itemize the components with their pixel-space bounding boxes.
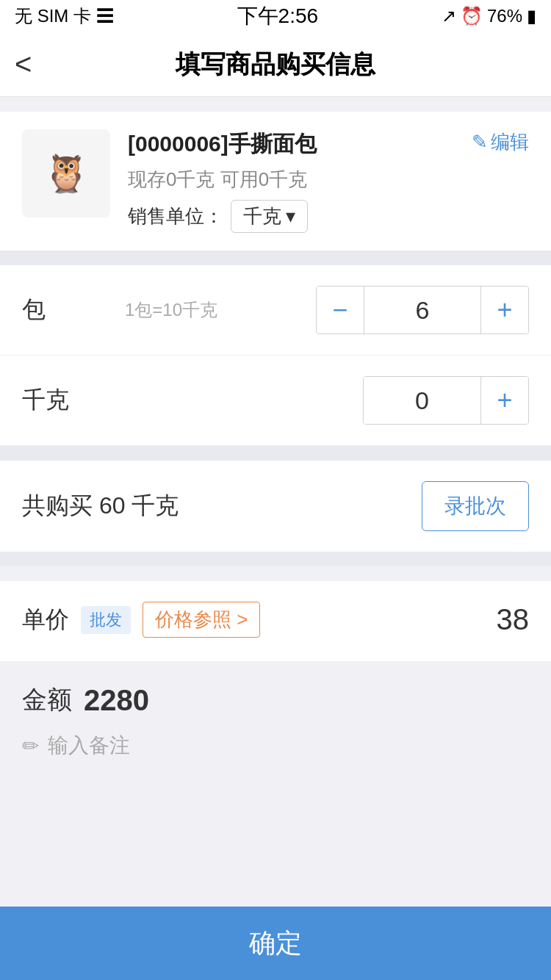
kg-plus-button[interactable]: + xyxy=(481,377,528,424)
price-value: 38 xyxy=(497,603,530,636)
price-row: 单价 批发 价格参照 > 38 xyxy=(22,602,529,638)
separator-2 xyxy=(0,446,551,461)
page-title: 填写商品购买信息 xyxy=(176,48,375,82)
price-label: 单价 xyxy=(22,604,69,636)
amount-section: 金额 2280 ✏ 输入备注 xyxy=(0,661,551,774)
kg-quantity-control: + xyxy=(363,376,529,425)
remark-row[interactable]: ✏ 输入备注 xyxy=(22,732,529,774)
product-stock: 现存0千克 可用0千克 xyxy=(128,167,529,192)
amount-value: 2280 xyxy=(84,684,149,717)
bao-plus-button[interactable]: + xyxy=(481,287,528,334)
status-bar: 无 SIM 卡 ☰ 下午2:56 ↗ ⏰ 76% ▮ xyxy=(0,0,551,32)
separator-1 xyxy=(0,251,551,265)
total-text: 共购买 60 千克 xyxy=(22,490,179,522)
bao-quantity-input[interactable] xyxy=(364,287,481,334)
price-section: 单价 批发 价格参照 > 38 xyxy=(0,581,551,661)
status-right: ↗ ⏰ 76% ▮ xyxy=(442,6,536,26)
edit-icon: ✎ xyxy=(472,131,488,154)
batch-badge: 批发 xyxy=(81,606,131,634)
confirm-button[interactable]: 确定 xyxy=(0,907,551,980)
unit-selector[interactable]: 千克 ▾ xyxy=(231,200,308,233)
kg-label: 千克 xyxy=(22,384,110,417)
product-unit-row: 销售单位： 千克 ▾ xyxy=(128,200,529,233)
battery-level: 76% xyxy=(487,6,522,26)
battery-icon: ▮ xyxy=(527,6,536,26)
status-time: 下午2:56 xyxy=(237,2,319,30)
bao-input-row: 包 1包=10千克 − + xyxy=(0,265,551,356)
unit-label: 销售单位： xyxy=(128,203,223,229)
product-icon: 🦉 xyxy=(43,152,89,195)
remark-placeholder: 输入备注 xyxy=(48,732,130,760)
bao-quantity-control: − + xyxy=(316,286,529,334)
signal-icon: ↗ xyxy=(442,6,456,26)
price-reference-button[interactable]: 价格参照 > xyxy=(143,602,260,638)
separator-3 xyxy=(0,552,551,566)
edit-button[interactable]: ✎ 编辑 xyxy=(472,129,529,155)
nav-bar: < 填写商品购买信息 xyxy=(0,32,551,97)
kg-input-row: 千克 + xyxy=(0,356,551,446)
input-section: 包 1包=10千克 − + 千克 + xyxy=(0,265,551,446)
product-info: [0000006]手撕面包 现存0千克 可用0千克 销售单位： 千克 ▾ xyxy=(128,129,529,233)
bao-minus-button[interactable]: − xyxy=(317,287,364,334)
unit-value: 千克 xyxy=(243,203,281,229)
kg-quantity-input[interactable] xyxy=(364,377,481,424)
back-button[interactable]: < xyxy=(15,48,32,81)
status-left: 无 SIM 卡 ☰ xyxy=(15,4,114,28)
unit-arrow-icon: ▾ xyxy=(286,205,295,228)
bao-label: 包 xyxy=(22,294,110,326)
sim-status: 无 SIM 卡 ☰ xyxy=(15,4,114,28)
product-thumbnail: 🦉 xyxy=(22,129,110,217)
edit-label: 编辑 xyxy=(491,129,529,155)
amount-row: 金额 2280 xyxy=(22,683,529,717)
total-row: 共购买 60 千克 录批次 xyxy=(0,461,551,552)
amount-label: 金额 xyxy=(22,683,72,717)
record-batch-button[interactable]: 录批次 xyxy=(422,481,529,531)
bao-hint: 1包=10千克 xyxy=(125,298,301,322)
product-name: [0000006]手撕面包 xyxy=(128,129,529,159)
product-card: 🦉 [0000006]手撕面包 现存0千克 可用0千克 销售单位： 千克 ▾ ✎… xyxy=(0,112,551,251)
alarm-icon: ⏰ xyxy=(461,6,483,26)
pencil-icon: ✏ xyxy=(22,734,39,758)
